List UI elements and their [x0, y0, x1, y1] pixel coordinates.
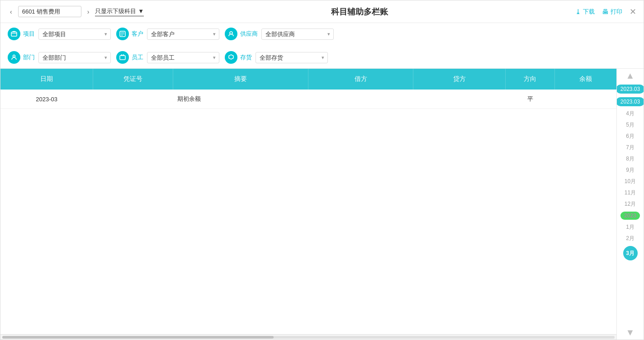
- scrollbar-track: [2, 336, 615, 339]
- timeline-label-13: 2月: [626, 235, 635, 242]
- inventory-select[interactable]: 全部存货: [256, 52, 328, 63]
- timeline-label-0: 2023.03: [617, 85, 644, 94]
- download-icon: ⤓: [575, 8, 581, 16]
- timeline-label-3: 5月: [626, 121, 635, 129]
- timeline-label-8: 10月: [625, 178, 636, 185]
- project-label: 项目: [23, 30, 35, 38]
- employee-filter-group: 员工 全部员工: [116, 51, 219, 64]
- timeline-down-button[interactable]: ▼: [617, 326, 644, 340]
- supplier-select-wrapper: 全部供应商: [261, 28, 334, 40]
- project-icon: [8, 28, 20, 40]
- show-sub-label: 只显示下级科目: [95, 7, 136, 15]
- timeline-label-7: 9月: [626, 166, 635, 174]
- timeline-item-7[interactable]: 9月: [617, 165, 644, 176]
- timeline-label-2: 4月: [626, 110, 635, 118]
- timeline-item-12[interactable]: 1月: [617, 222, 644, 233]
- horizontal-scrollbar[interactable]: [0, 334, 616, 340]
- employee-icon: [116, 51, 129, 64]
- title-bar: ‹ › 只显示下级科目 ▼ 科目辅助多栏账 ⤓ 下载 🖶 打印 ✕: [0, 0, 644, 23]
- dept-label: 部门: [23, 53, 35, 61]
- scrollbar-thumb[interactable]: [2, 336, 274, 339]
- employee-select-wrapper: 全部员工: [147, 52, 219, 63]
- main-content: 日期 凭证号 摘要 借方 贷方 方向 余额 2023-03 期初余额: [0, 69, 644, 340]
- svg-point-4: [13, 55, 15, 57]
- timeline-item-0[interactable]: 2023.03: [617, 83, 644, 95]
- inventory-label: 存货: [240, 53, 252, 61]
- customer-select-wrapper: 全部客户: [147, 28, 219, 40]
- col-debit: 借方: [308, 69, 413, 90]
- timeline-label-10: 12月: [625, 200, 636, 208]
- next-account-btn[interactable]: ›: [85, 7, 92, 16]
- timeline-item-4[interactable]: 6月: [617, 131, 644, 142]
- main-window: ‹ › 只显示下级科目 ▼ 科目辅助多栏账 ⤓ 下载 🖶 打印 ✕: [0, 0, 644, 340]
- timeline-up-button[interactable]: ▲: [617, 69, 644, 83]
- employee-select[interactable]: 全部员工: [147, 52, 219, 63]
- dept-select-wrapper: 全部部门: [38, 52, 111, 63]
- timeline-item-13[interactable]: 2月: [617, 233, 644, 244]
- download-button[interactable]: ⤓ 下载: [575, 8, 595, 16]
- print-button[interactable]: 🖶 打印: [602, 8, 622, 16]
- project-filter-group: 项目 全部项目: [8, 28, 111, 40]
- col-balance: 余额: [555, 69, 616, 90]
- inventory-icon: [225, 51, 237, 64]
- timeline-item-6[interactable]: 8月: [617, 153, 644, 165]
- timeline-item-3[interactable]: 5月: [617, 119, 644, 131]
- timeline-item-14[interactable]: 3月: [617, 244, 644, 262]
- table-row: 2023-03 期初余额 平: [0, 90, 616, 109]
- col-voucher: 凭证号: [93, 69, 173, 90]
- row-date: 2023-03: [0, 90, 93, 109]
- timeline-item-1[interactable]: 2023.03: [617, 95, 644, 108]
- timeline-label-5: 7月: [626, 144, 635, 151]
- row-voucher: [93, 90, 173, 109]
- project-select-wrapper: 全部项目: [38, 28, 111, 40]
- timeline-label-9: 11月: [625, 189, 636, 197]
- timeline-label-1: 2023.03: [617, 97, 644, 106]
- print-label: 打印: [611, 8, 622, 16]
- download-label: 下载: [583, 8, 595, 16]
- supplier-icon: [225, 28, 237, 40]
- dept-select[interactable]: 全部部门: [38, 52, 111, 63]
- dept-filter-group: 部门 全部部门: [8, 51, 111, 64]
- timeline-label-12: 1月: [626, 223, 635, 231]
- prev-account-btn[interactable]: ‹: [8, 7, 14, 16]
- table-header: 日期 凭证号 摘要 借方 贷方 方向 余额: [0, 69, 616, 90]
- project-select[interactable]: 全部项目: [38, 28, 111, 40]
- data-table: 日期 凭证号 摘要 借方 贷方 方向 余额 2023-03 期初余额: [0, 69, 616, 109]
- title-bar-right: ⤓ 下载 🖶 打印 ✕: [575, 8, 636, 16]
- customer-filter-group: 客户 全部客户: [116, 28, 219, 40]
- filter-bar: 项目 全部项目 客户 全部客户 供应商: [0, 23, 644, 69]
- account-code-input[interactable]: [18, 6, 81, 17]
- show-sub-button[interactable]: 只显示下级科目 ▼: [95, 7, 144, 16]
- supplier-label: 供应商: [240, 30, 258, 38]
- timeline-label-14: 3月: [623, 246, 638, 260]
- timeline-year-badge: 2023: [620, 212, 640, 220]
- timeline-label-6: 8月: [626, 155, 635, 163]
- inventory-select-wrapper: 全部存货: [256, 52, 328, 63]
- customer-select[interactable]: 全部客户: [147, 28, 219, 40]
- customer-icon: [116, 28, 129, 40]
- col-date: 日期: [0, 69, 93, 90]
- inventory-filter-group: 存货 全部存货: [225, 51, 328, 64]
- row-credit: [413, 90, 506, 109]
- customer-label: 客户: [132, 30, 143, 38]
- col-direction: 方向: [506, 69, 555, 90]
- page-title: 科目辅助多栏账: [331, 6, 388, 17]
- dept-icon: [8, 51, 20, 64]
- timeline-item-10[interactable]: 12月: [617, 198, 644, 210]
- supplier-select[interactable]: 全部供应商: [261, 28, 334, 40]
- print-icon: 🖶: [602, 8, 609, 15]
- timeline-item-2[interactable]: 4月: [617, 108, 644, 119]
- supplier-filter-group: 供应商 全部供应商: [225, 28, 334, 40]
- row-summary: 期初余额: [173, 90, 308, 109]
- col-summary: 摘要: [173, 69, 308, 90]
- timeline-item-9[interactable]: 11月: [617, 187, 644, 198]
- employee-label: 员工: [132, 53, 143, 61]
- row-debit: [308, 90, 413, 109]
- timeline-item-5[interactable]: 7月: [617, 142, 644, 153]
- chevron-down-icon: ▼: [138, 8, 144, 14]
- close-button[interactable]: ✕: [630, 8, 636, 16]
- timeline-item-8[interactable]: 10月: [617, 176, 644, 187]
- timeline-year-row: 2023: [617, 210, 644, 222]
- timeline-panel: ▲ 2023.03 2023.03 4月 5月 6月 7月: [616, 69, 644, 340]
- svg-rect-0: [11, 32, 17, 36]
